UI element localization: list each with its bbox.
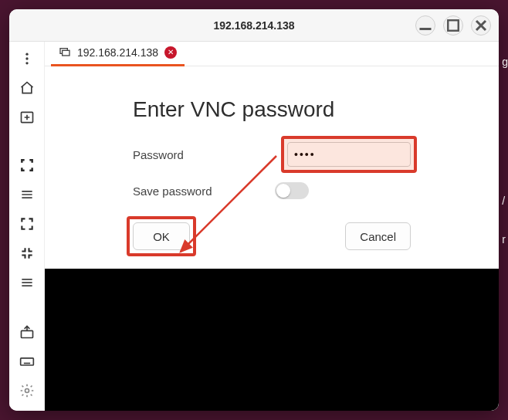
save-password-row: Save password	[133, 182, 411, 199]
password-label: Password	[133, 148, 287, 161]
window-controls	[415, 15, 491, 36]
remote-output-area	[45, 269, 499, 411]
svg-point-4	[25, 53, 28, 56]
save-password-toggle[interactable]	[275, 182, 309, 199]
close-window-button[interactable]	[471, 15, 491, 36]
password-row: Password	[133, 142, 411, 167]
svg-point-5	[25, 57, 28, 59]
tab-bar: 192.168.214.138 ✕	[45, 42, 499, 66]
svg-rect-16	[21, 330, 32, 337]
vnc-password-dialog: Enter VNC password Password Save passwor…	[133, 97, 411, 250]
bg-char: g	[502, 56, 508, 68]
list-icon[interactable]	[9, 181, 45, 208]
keyboard-icon[interactable]	[9, 347, 45, 375]
monitor-icon	[59, 46, 71, 59]
svg-point-24	[25, 389, 29, 393]
upload-icon[interactable]	[9, 318, 45, 346]
background-edge-text: g / r	[502, 56, 508, 246]
bg-char: r	[502, 233, 508, 246]
svg-point-6	[25, 62, 28, 64]
app-window: 192.168.214.138	[9, 9, 499, 411]
connection-tab[interactable]: 192.168.214.138 ✕	[51, 42, 185, 66]
dialog-button-row: OK Cancel	[133, 222, 411, 250]
ok-button[interactable]: OK	[133, 222, 190, 250]
sidebar	[9, 42, 45, 411]
content-area: 192.168.214.138 ✕ Enter VNC password Pas…	[45, 42, 499, 411]
tab-label: 192.168.214.138	[77, 46, 158, 59]
minimize-button[interactable]	[415, 15, 435, 36]
bg-char: /	[502, 195, 508, 207]
list2-icon[interactable]	[9, 269, 45, 296]
window-body: 192.168.214.138 ✕ Enter VNC password Pas…	[9, 42, 499, 411]
remote-viewer: Enter VNC password Password Save passwor…	[45, 66, 499, 411]
screenshot-icon[interactable]	[9, 151, 45, 179]
cancel-button[interactable]: Cancel	[345, 222, 411, 250]
dialog-heading: Enter VNC password	[133, 97, 411, 122]
password-input[interactable]	[287, 142, 411, 167]
svg-rect-17	[20, 358, 33, 365]
window-title: 192.168.214.138	[213, 19, 294, 32]
new-session-icon[interactable]	[9, 103, 45, 131]
svg-rect-1	[448, 20, 459, 31]
svg-rect-26	[63, 50, 69, 56]
titlebar: 192.168.214.138	[9, 9, 499, 42]
toggle-knob	[276, 184, 290, 198]
settings-icon[interactable]	[9, 377, 45, 405]
menu-icon[interactable]	[9, 45, 45, 73]
fullscreen-exit-icon[interactable]	[9, 239, 45, 267]
fullscreen-enter-icon[interactable]	[9, 210, 45, 238]
close-tab-icon[interactable]: ✕	[164, 46, 177, 59]
save-password-label: Save password	[133, 185, 275, 198]
divider	[9, 133, 45, 150]
home-icon[interactable]	[9, 74, 45, 102]
maximize-button[interactable]	[443, 15, 463, 36]
